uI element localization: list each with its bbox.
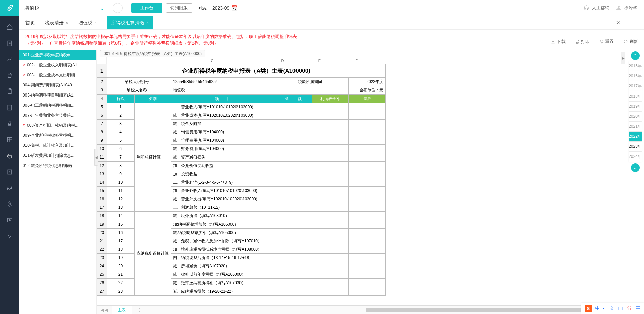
value-cell[interactable]: [349, 203, 386, 212]
item-cell[interactable]: 减：管理费用(填写A104000): [171, 136, 275, 145]
item-cell[interactable]: 减：营业外支出(填写A102010\102020\103000): [171, 195, 275, 203]
value-cell[interactable]: [275, 187, 312, 195]
value-cell[interactable]: [275, 237, 312, 245]
value-cell[interactable]: [349, 145, 386, 153]
cell[interactable]: 7: [107, 153, 135, 162]
nav-v-icon[interactable]: [6, 232, 14, 240]
cell[interactable]: 12554585554554656254: [171, 78, 275, 86]
cell[interactable]: 23: [107, 287, 135, 296]
avatar-icon[interactable]: [615, 5, 622, 12]
year-item[interactable]: 2021年: [629, 122, 642, 132]
value-cell[interactable]: [349, 170, 386, 178]
cell[interactable]: 9: [107, 170, 135, 178]
value-cell[interactable]: [312, 145, 349, 153]
value-cell[interactable]: [275, 270, 312, 279]
cell[interactable]: 19: [107, 254, 135, 262]
value-cell[interactable]: [312, 237, 349, 245]
sogou-icon[interactable]: S: [585, 305, 592, 312]
ime-lang[interactable]: 中: [595, 305, 600, 311]
cell[interactable]: 15: [107, 220, 135, 229]
value-cell[interactable]: [275, 254, 312, 262]
reset-button[interactable]: 重置: [599, 39, 614, 45]
value-cell[interactable]: [275, 229, 312, 237]
value-cell[interactable]: [312, 153, 349, 162]
cell[interactable]: 11: [107, 187, 135, 195]
company-name[interactable]: 增值税: [24, 5, 39, 11]
form-list-item[interactable]: 010-免税、减计收入及加计...: [19, 140, 96, 150]
cell[interactable]: 2: [107, 111, 135, 120]
item-cell[interactable]: 加:纳税调整增加额（填写A105000）: [171, 220, 275, 229]
year-item[interactable]: 2019年: [629, 102, 642, 112]
value-cell[interactable]: [275, 220, 312, 229]
value-cell[interactable]: [312, 111, 349, 120]
value-cell[interactable]: [349, 279, 386, 287]
value-cell[interactable]: [349, 111, 386, 120]
value-cell[interactable]: [349, 229, 386, 237]
value-cell[interactable]: [349, 153, 386, 162]
form-list-item[interactable]: 007-广告费和业务宣传费跨...: [19, 110, 96, 120]
cell[interactable]: 5: [107, 136, 135, 145]
value-cell[interactable]: [349, 270, 386, 279]
value-cell[interactable]: [312, 245, 349, 254]
cell[interactable]: 22: [107, 279, 135, 287]
nav-chart-icon[interactable]: [6, 55, 14, 63]
nav-export-icon[interactable]: [6, 168, 14, 176]
close-icon[interactable]: ×: [146, 21, 149, 25]
value-cell[interactable]: [312, 279, 349, 287]
value-cell[interactable]: [275, 279, 312, 287]
form-list-item[interactable]: 011-研发费用加计扣除优惠...: [19, 150, 96, 161]
item-cell[interactable]: 减：境外所得（填写A108010）: [171, 212, 275, 220]
value-cell[interactable]: [312, 254, 349, 262]
keyboard-icon[interactable]: [618, 306, 623, 311]
value-cell[interactable]: [312, 162, 349, 170]
value-cell[interactable]: [349, 195, 386, 203]
item-cell[interactable]: 减：销售费用(填写A104000): [171, 128, 275, 136]
spreadsheet-table[interactable]: 1企业所得税年度纳税申报表（A类）主表(A100000) 2纳税人识别号：125…: [97, 64, 386, 296]
headset-icon[interactable]: [583, 5, 589, 12]
cell[interactable]: 16: [107, 229, 135, 237]
calendar-icon[interactable]: 📅: [231, 5, 238, 11]
cell[interactable]: 1: [107, 103, 135, 111]
value-cell[interactable]: [312, 136, 349, 145]
tab-vat[interactable]: 增值税×: [78, 16, 97, 29]
close-all-icon[interactable]: ×: [616, 19, 620, 26]
nav-stamp-icon[interactable]: [6, 120, 14, 128]
tabs-more-icon[interactable]: ⋯: [635, 20, 639, 26]
item-cell[interactable]: 四、纳税调整后所得（13-14+15-16-17+18）: [171, 254, 275, 262]
value-cell[interactable]: [275, 162, 312, 170]
value-cell[interactable]: [312, 262, 349, 270]
cell[interactable]: 12: [107, 195, 135, 203]
value-cell[interactable]: [349, 120, 386, 128]
value-cell[interactable]: [312, 128, 349, 136]
item-cell[interactable]: 减：弥补以前年度亏损（填写A106000）: [171, 270, 275, 279]
ime-punct-icon[interactable]: •,: [603, 306, 606, 311]
nav-video-icon[interactable]: [6, 216, 14, 224]
value-cell[interactable]: [312, 229, 349, 237]
value-cell[interactable]: [275, 245, 312, 254]
value-cell[interactable]: [275, 153, 312, 162]
skin-icon[interactable]: [627, 306, 632, 311]
value-cell[interactable]: [349, 128, 386, 136]
value-cell[interactable]: [275, 262, 312, 270]
cell[interactable]: 18: [107, 245, 135, 254]
item-cell[interactable]: 加：投资收益: [171, 170, 275, 178]
nav-bag-icon[interactable]: [6, 71, 14, 79]
item-cell[interactable]: 减：所得减免（填写A107020）: [171, 262, 275, 270]
value-cell[interactable]: [275, 195, 312, 203]
cell[interactable]: 17: [107, 237, 135, 245]
form-list-item[interactable]: 009-企业所得税弥补亏损明...: [19, 130, 96, 140]
cell[interactable]: 6: [107, 145, 135, 153]
value-cell[interactable]: [349, 220, 386, 229]
value-cell[interactable]: [349, 178, 386, 187]
year-item[interactable]: 2022年: [629, 132, 642, 142]
value-cell[interactable]: [312, 120, 349, 128]
item-cell[interactable]: 一、营业收入(填写A101010\101020\103000): [171, 103, 275, 111]
year-item[interactable]: 2017年: [629, 81, 642, 91]
nav-clipboard-icon[interactable]: [6, 87, 14, 96]
value-cell[interactable]: [312, 187, 349, 195]
form-list-item[interactable]: ⊘003-一般企业成本支出明细...: [19, 70, 96, 80]
item-cell[interactable]: 减：营业成本(填写A102010\102020\103000): [171, 111, 275, 120]
value-cell[interactable]: [312, 195, 349, 203]
form-list-item[interactable]: ⊘008-资产折旧、摊销及纳税...: [19, 120, 96, 130]
nav-drawer-icon[interactable]: [6, 184, 14, 192]
